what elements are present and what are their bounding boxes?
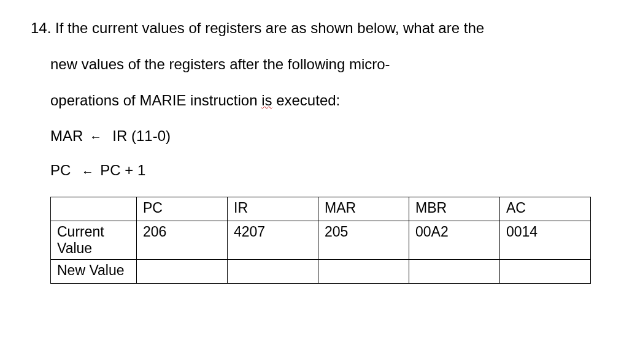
header-ac: AC xyxy=(500,197,591,221)
table-row: Current Value 206 4207 205 00A2 0014 xyxy=(51,221,591,260)
op1-right: IR (11-0) xyxy=(112,127,171,144)
document-page: 14. If the current values of registers a… xyxy=(0,0,632,284)
question-line-2: new values of the registers after the fo… xyxy=(31,55,607,74)
question-text-3b: executed: xyxy=(272,92,341,108)
micro-op-2: PC ← PC + 1 xyxy=(31,162,607,180)
question-text-2: new values of the registers after the fo… xyxy=(50,56,390,72)
header-pc: PC xyxy=(137,197,228,221)
table-row: New Value xyxy=(51,260,591,284)
question-text-3a: operations of MARIE instruction xyxy=(50,92,261,108)
cell-new-pc xyxy=(137,260,228,284)
question-number: 14. xyxy=(31,20,51,36)
register-table: PC IR MAR MBR AC Current Value 206 4207 … xyxy=(50,197,591,284)
question-line-1: 14. If the current values of registers a… xyxy=(31,18,607,37)
question-line-3: operations of MARIE instruction is execu… xyxy=(31,91,607,110)
cell-current-pc: 206 xyxy=(137,221,228,260)
op1-left: MAR xyxy=(50,127,83,144)
header-mbr: MBR xyxy=(409,197,500,221)
cell-new-ir xyxy=(228,260,318,284)
cell-current-mar: 205 xyxy=(318,221,409,260)
cell-current-mbr: 00A2 xyxy=(409,221,500,260)
header-ir: IR xyxy=(228,197,318,221)
op2-right: PC + 1 xyxy=(100,162,145,178)
squiggle-word: is xyxy=(261,92,272,108)
arrow-icon: ← xyxy=(87,130,104,143)
header-blank xyxy=(51,197,137,221)
cell-current-ir: 4207 xyxy=(228,221,318,260)
cell-new-mbr xyxy=(409,260,500,284)
question-text-1: If the current values of registers are a… xyxy=(55,20,484,36)
row-label-new: New Value xyxy=(51,260,137,284)
cell-new-mar xyxy=(318,260,409,284)
arrow-icon: ← xyxy=(79,165,96,178)
cell-new-ac xyxy=(500,260,591,284)
table-header-row: PC IR MAR MBR AC xyxy=(51,197,591,221)
op2-left: PC xyxy=(50,162,71,178)
cell-current-ac: 0014 xyxy=(500,221,591,260)
row-label-current: Current Value xyxy=(51,221,137,260)
header-mar: MAR xyxy=(318,197,409,221)
micro-op-1: MAR ← IR (11-0) xyxy=(31,127,607,145)
